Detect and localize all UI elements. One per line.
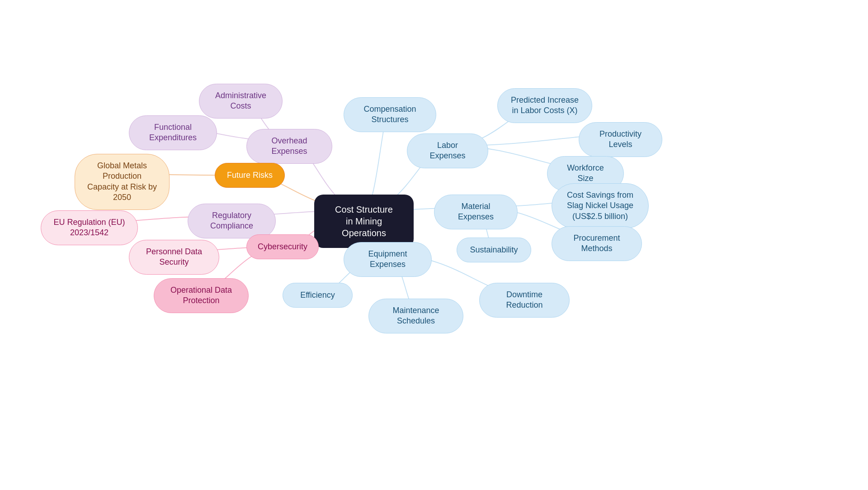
node-equipment: Equipment Expenses bbox=[344, 242, 432, 277]
node-eu-regulation: EU Regulation (EU) 2023/1542 bbox=[41, 210, 138, 245]
node-predicted-labor: Predicted Increase in Labor Costs (X) bbox=[497, 88, 592, 123]
node-regulatory: Regulatory Compliance bbox=[188, 204, 276, 238]
node-maintenance: Maintenance Schedules bbox=[368, 299, 463, 333]
node-material: Material Expenses bbox=[434, 195, 518, 229]
node-cost-savings: Cost Savings from Slag Nickel Usage (US$… bbox=[552, 183, 649, 228]
node-downtime: Downtime Reduction bbox=[479, 283, 570, 318]
node-sustainability: Sustainability bbox=[457, 238, 531, 262]
node-admin: Administrative Costs bbox=[199, 84, 283, 119]
node-functional: Functional Expenditures bbox=[129, 115, 217, 150]
node-personnel-data: Personnel Data Security bbox=[129, 240, 219, 275]
node-productivity: Productivity Levels bbox=[579, 122, 662, 157]
node-overhead: Overhead Expenses bbox=[246, 129, 332, 164]
node-global-metals: Global Metals Production Capacity at Ris… bbox=[75, 154, 170, 210]
center-node: Cost Structure in Mining Operations bbox=[314, 195, 414, 248]
node-efficiency: Efficiency bbox=[283, 283, 353, 308]
mindmap-container: Cost Structure in Mining OperationsLabor… bbox=[0, 0, 868, 490]
node-cybersecurity: Cybersecurity bbox=[246, 234, 319, 259]
node-future-risks: Future Risks bbox=[215, 163, 285, 188]
connections-svg bbox=[0, 0, 868, 490]
node-procurement: Procurement Methods bbox=[552, 226, 642, 261]
node-compensation: Compensation Structures bbox=[344, 97, 436, 132]
node-labor: Labor Expenses bbox=[407, 133, 488, 168]
node-operational-data: Operational Data Protection bbox=[154, 278, 249, 313]
